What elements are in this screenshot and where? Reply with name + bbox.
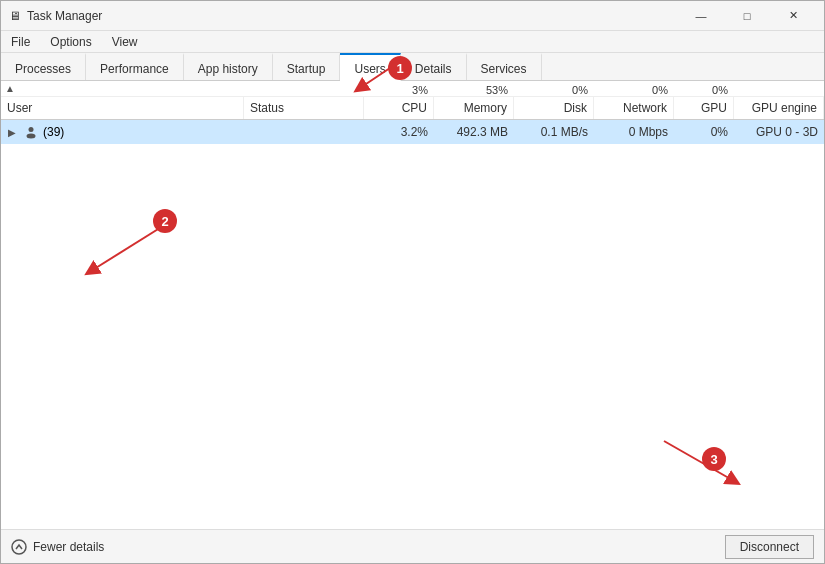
chevron-up-icon xyxy=(11,539,27,555)
cpu-pct: 3% xyxy=(364,84,434,96)
table-row[interactable]: ▶ (39) 3.2% 492.3 MB 0.1 MB/s 0 Mbps 0% … xyxy=(1,120,824,144)
svg-point-0 xyxy=(29,127,34,132)
svg-point-4 xyxy=(12,540,26,554)
title-bar-left: 🖥 Task Manager xyxy=(9,9,102,23)
metrics-header-row: ▲ 3% 53% 0% 0% 0% xyxy=(1,81,824,96)
cell-cpu: 3.2% xyxy=(364,123,434,141)
cell-status xyxy=(244,130,364,134)
user-count: (39) xyxy=(43,125,64,139)
sort-arrow-icon: ▲ xyxy=(5,83,15,94)
task-manager-window: 🖥 Task Manager — □ ✕ File Options View P… xyxy=(0,0,825,564)
network-pct: 0% xyxy=(594,84,674,96)
close-button[interactable]: ✕ xyxy=(770,1,816,31)
col-header-gpu-engine[interactable]: GPU engine xyxy=(734,97,824,119)
content-area: 1 ▲ 3% 53% 0% 0% xyxy=(1,81,824,529)
col-header-cpu[interactable]: CPU xyxy=(364,97,434,119)
user-icon xyxy=(23,124,39,140)
fewer-details-button[interactable]: Fewer details xyxy=(11,539,104,555)
title-bar: 🖥 Task Manager — □ ✕ xyxy=(1,1,824,31)
gpu-pct: 0% xyxy=(674,84,734,96)
tab-services[interactable]: Services xyxy=(467,53,542,80)
tabs: Processes Performance App history Startu… xyxy=(1,53,824,81)
tab-app-history[interactable]: App history xyxy=(184,53,273,80)
memory-pct: 53% xyxy=(434,84,514,96)
cell-gpu: 0% xyxy=(674,123,734,141)
col-header-user[interactable]: User xyxy=(1,97,244,119)
column-label-row: User Status CPU Memory Disk Network GPU … xyxy=(1,96,824,119)
expand-icon[interactable]: ▶ xyxy=(5,125,19,139)
col-header-gpu[interactable]: GPU xyxy=(674,97,734,119)
col-header-status[interactable]: Status xyxy=(244,97,364,119)
tab-users[interactable]: Users xyxy=(340,53,400,81)
cell-gpu-engine: GPU 0 - 3D xyxy=(734,123,824,141)
menu-file[interactable]: File xyxy=(1,31,40,52)
col-header-memory[interactable]: Memory xyxy=(434,97,514,119)
footer: Fewer details Disconnect xyxy=(1,529,824,563)
svg-point-1 xyxy=(27,134,36,139)
fewer-details-label: Fewer details xyxy=(33,540,104,554)
user-cell: ▶ (39) xyxy=(1,122,244,142)
column-headers-section: ▲ 3% 53% 0% 0% 0% xyxy=(1,81,824,120)
col-header-disk[interactable]: Disk xyxy=(514,97,594,119)
menu-bar: File Options View xyxy=(1,31,824,53)
col-header-network[interactable]: Network xyxy=(594,97,674,119)
window-icon: 🖥 xyxy=(9,9,21,23)
tab-performance[interactable]: Performance xyxy=(86,53,184,80)
title-bar-controls: — □ ✕ xyxy=(678,1,816,31)
minimize-button[interactable]: — xyxy=(678,1,724,31)
disconnect-button[interactable]: Disconnect xyxy=(725,535,814,559)
tab-startup[interactable]: Startup xyxy=(273,53,341,80)
cell-disk: 0.1 MB/s xyxy=(514,123,594,141)
tab-details[interactable]: Details xyxy=(401,53,467,80)
disk-pct: 0% xyxy=(514,84,594,96)
cell-network: 0 Mbps xyxy=(594,123,674,141)
data-rows: ▶ (39) 3.2% 492.3 MB 0.1 MB/s 0 Mbps 0% … xyxy=(1,120,824,529)
menu-view[interactable]: View xyxy=(102,31,148,52)
window-title: Task Manager xyxy=(27,9,102,23)
menu-options[interactable]: Options xyxy=(40,31,101,52)
cell-memory: 492.3 MB xyxy=(434,123,514,141)
maximize-button[interactable]: □ xyxy=(724,1,770,31)
tab-processes[interactable]: Processes xyxy=(1,53,86,80)
